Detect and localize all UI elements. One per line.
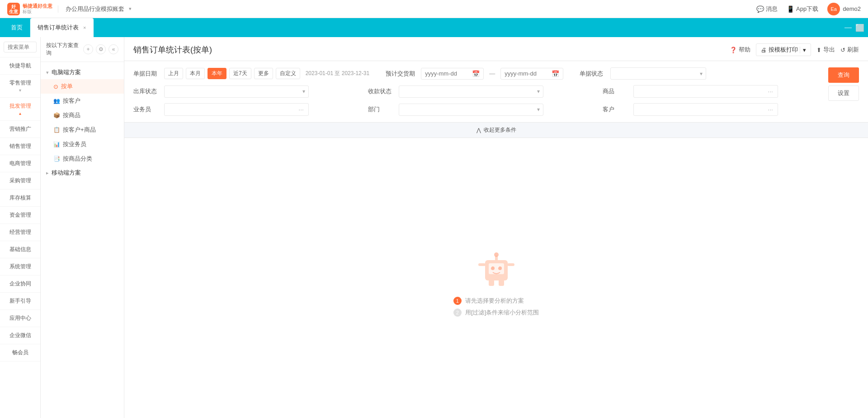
scheme-item-by-customer-goods[interactable]: 📋 按客户+商品 [41, 123, 124, 137]
print-arrow-icon[interactable]: ▾ [800, 47, 806, 53]
goods-dots: ··· [768, 88, 773, 95]
reset-btn[interactable]: 设置 [828, 86, 859, 101]
customer-select[interactable]: ··· [633, 103, 778, 116]
date-quick-group: 上月 本月 本年 近7天 更多 自定义 [164, 68, 300, 79]
help-btn[interactable]: ❓ 帮助 [730, 46, 750, 54]
panel-add-btn[interactable]: + [83, 44, 93, 54]
query-btn[interactable]: 查询 [828, 67, 859, 83]
scheme-item-by-salesperson[interactable]: 📊 按业务员 [41, 137, 124, 152]
sidebar: 快捷导航 零售管理 ▾ 批发管理 ▴ 营销推广 销售管理 电商管理 采购管理 库… [0, 37, 41, 418]
sidebar-item-inventory[interactable]: 库存核算 [0, 190, 40, 207]
out-status-select[interactable] [164, 86, 309, 98]
message-icon: 💬 [756, 5, 764, 13]
tab-sales-order[interactable]: 销售订单统计表 × [30, 18, 94, 37]
help-icon: ❓ [730, 47, 737, 53]
date-this-month-btn[interactable]: 本月 [186, 68, 205, 79]
pc-group-label: 电脑端方案 [52, 68, 81, 76]
date-more-btn[interactable]: 更多 [254, 68, 273, 79]
empty-tips: 1 请先选择要分析的方案 2 用[过滤]条件来缩小分析范围 [453, 297, 539, 317]
print-btn[interactable]: 🖨 按模板打印 ▾ [756, 43, 811, 56]
sidebar-item-purchase[interactable]: 采购管理 [0, 172, 40, 190]
empty-tip-1: 1 请先选择要分析的方案 [453, 297, 539, 305]
panel-title: 按以下方案查询 [46, 42, 80, 57]
date-this-year-btn[interactable]: 本年 [208, 68, 226, 79]
app-download-btn[interactable]: 📱 App下载 [787, 5, 818, 13]
scheme-item-by-goods[interactable]: 📦 按商品 [41, 108, 124, 123]
goods-label: 商品 [603, 87, 630, 95]
tip-text-2: 用[过滤]条件来缩小分析范围 [465, 309, 539, 317]
sidebar-item-sales[interactable]: 销售管理 [0, 138, 40, 155]
scheme-item-by-order[interactable]: ⊙ 按单 [41, 79, 124, 94]
svg-rect-6 [478, 263, 486, 266]
message-btn[interactable]: 💬 消息 [756, 5, 778, 13]
export-btn[interactable]: ⬆ 导出 [816, 46, 835, 54]
sidebar-item-retail[interactable]: 零售管理 ▾ [0, 75, 40, 98]
date-last7-btn[interactable]: 近7天 [229, 68, 251, 79]
svg-rect-9 [499, 280, 504, 286]
app-download-label: App下载 [796, 5, 818, 13]
scheme-group-mobile-header[interactable]: ▸ 移动端方案 [41, 166, 124, 180]
refresh-icon: ↺ [840, 47, 845, 53]
scheme-item-by-category[interactable]: 📑 按商品分类 [41, 152, 124, 166]
tab-maximize-icon[interactable]: ⬜ [855, 24, 864, 32]
panel-collapse-btn[interactable]: « [108, 44, 118, 54]
logo-area: 好生意 畅捷通好生意 标版 [7, 3, 52, 15]
sidebar-item-operations[interactable]: 经营管理 [0, 224, 40, 241]
filter-row-3: 业务员 ··· 部门 客户 [133, 103, 823, 116]
sidebar-item-basics[interactable]: 基础信息 [0, 241, 40, 258]
sidebar-item-finance[interactable]: 资金管理 [0, 207, 40, 224]
sidebar-shortcut[interactable]: 快捷导航 [0, 57, 40, 75]
sidebar-search-area [0, 37, 40, 57]
system-label: 系统管理 [9, 263, 31, 271]
appcenter-label: 应用中心 [9, 314, 31, 322]
collapse-label: 收起更多条件 [484, 126, 516, 134]
sidebar-item-system[interactable]: 系统管理 [0, 258, 40, 276]
sidebar-item-collab[interactable]: 企业协同 [0, 276, 40, 293]
user-menu[interactable]: Ea demo2 [827, 3, 861, 15]
customer-label: 客户 [603, 105, 630, 114]
tab-close-icon[interactable]: × [83, 25, 86, 30]
sidebar-item-marketing[interactable]: 营销推广 [0, 121, 40, 138]
svg-rect-7 [507, 263, 514, 266]
expected-date-end[interactable] [505, 70, 550, 77]
sidebar-item-appcenter[interactable]: 应用中心 [0, 310, 40, 327]
by-order-icon: ⊙ [53, 83, 58, 90]
payment-status-label: 收款状态 [368, 87, 395, 95]
retail-arrow: ▾ [19, 88, 21, 93]
sidebar-item-wechat[interactable]: 企业微信 [0, 327, 40, 344]
wechat-label: 企业微信 [9, 332, 31, 339]
refresh-btn[interactable]: ↺ 刷新 [840, 46, 859, 54]
member-label: 畅会员 [12, 349, 28, 356]
shortcut-label: 快捷导航 [9, 62, 31, 70]
sidebar-item-member[interactable]: 畅会员 [0, 344, 40, 361]
date-last-month-btn[interactable]: 上月 [164, 68, 183, 79]
goods-select[interactable]: ··· [633, 85, 778, 98]
panel-settings-btn[interactable]: ⚙ [96, 44, 106, 54]
sidebar-item-guide[interactable]: 新手引导 [0, 293, 40, 310]
empty-tip-2: 2 用[过滤]条件来缩小分析范围 [453, 309, 539, 317]
sidebar-item-ecom[interactable]: 电商管理 [0, 155, 40, 172]
department-select[interactable] [399, 104, 543, 116]
expected-date-start[interactable] [425, 70, 470, 77]
wholesale-label: 批发管理 [9, 102, 31, 110]
search-input[interactable] [4, 42, 37, 52]
date-end-icon[interactable]: 📅 [552, 70, 559, 77]
sidebar-item-wholesale[interactable]: 批发管理 ▴ [0, 98, 40, 121]
collapse-bar[interactable]: ⋀ 收起更多条件 [124, 123, 868, 138]
tab-home[interactable]: 首页 [4, 18, 30, 37]
payment-status-select[interactable] [399, 86, 543, 98]
tab-minimize-icon[interactable]: — [844, 24, 852, 32]
salesperson-label: 业务员 [133, 105, 160, 114]
scheme-group-pc-header[interactable]: ▾ 电脑端方案 [41, 66, 124, 79]
date-start-icon[interactable]: 📅 [472, 70, 480, 77]
basics-label: 基础信息 [9, 246, 31, 253]
operations-label: 经营管理 [9, 228, 31, 236]
sales-label: 销售管理 [9, 142, 31, 150]
salesperson-select[interactable]: ··· [164, 103, 309, 116]
scheme-item-by-customer[interactable]: 👥 按客户 [41, 94, 124, 108]
left-panel: 按以下方案查询 + ⚙ « ▾ 电脑端方案 ⊙ 按单 👥 按客户 [41, 37, 124, 418]
app-title-arrow[interactable]: ▾ [129, 6, 132, 12]
out-status-select-wrap [164, 86, 309, 98]
date-custom-btn[interactable]: 自定义 [276, 68, 300, 79]
doc-status-select[interactable] [610, 67, 706, 80]
